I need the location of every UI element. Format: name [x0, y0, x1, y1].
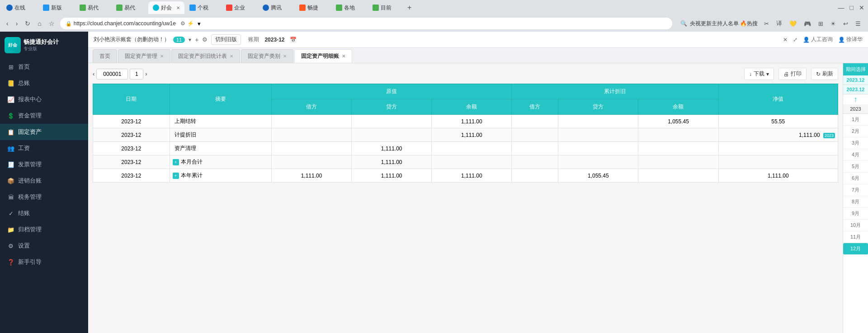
- tab-close-asset-mgmt[interactable]: ✕: [160, 54, 164, 59]
- app-container: 好会 畅捷通好会计 专业版 ⊞ 首页 📒 总账 📈 报表中心 💲 资金管理: [0, 32, 868, 333]
- tab-asset-ledger[interactable]: 固定资产明细账 ✕: [294, 49, 352, 63]
- sidebar-item-general-ledger[interactable]: 📒 总账: [0, 75, 88, 91]
- row3-orig-credit: 1,111.00: [352, 142, 432, 155]
- dropdown-button[interactable]: ▾: [189, 37, 191, 43]
- wallet-icon[interactable]: 💛: [787, 19, 799, 28]
- period-month-1[interactable]: 1月: [843, 114, 868, 126]
- sidebar-item-home[interactable]: ⊞ 首页: [0, 59, 88, 75]
- forward-button[interactable]: ›: [14, 19, 20, 28]
- tab-close-haohui[interactable]: ✕: [176, 5, 180, 10]
- undo-icon[interactable]: ↩: [840, 19, 851, 28]
- sidebar-item-reports[interactable]: 📈 报表中心: [0, 91, 88, 108]
- print-button[interactable]: 🖨 打印: [778, 68, 807, 80]
- period-month-2[interactable]: 2月: [843, 126, 868, 137]
- period-month-12[interactable]: 12月: [843, 243, 868, 255]
- row1-summary: 上期结转: [170, 115, 271, 128]
- sidebar-item-settings[interactable]: ⚙ 设置: [0, 238, 88, 254]
- period-month-5[interactable]: 5月: [843, 161, 868, 173]
- minimize-button[interactable]: —: [836, 3, 846, 12]
- menu-icon[interactable]: ☰: [853, 19, 863, 28]
- browser-tab-gedi[interactable]: 各地: [331, 1, 368, 14]
- tab-asset-category[interactable]: 固定资产类别 ✕: [241, 49, 293, 63]
- bookmark-button[interactable]: ☆: [47, 19, 57, 28]
- sidebar-item-salary[interactable]: 👥 工资: [0, 140, 88, 156]
- sidebar-logo: 好会: [5, 37, 21, 53]
- row5-summary: + 本年累计: [170, 169, 271, 183]
- period-month-11[interactable]: 11月: [843, 231, 868, 243]
- period-selected-1[interactable]: 2023.12: [843, 75, 868, 85]
- brightness-icon[interactable]: ☀: [828, 19, 839, 28]
- home-button[interactable]: ⌂: [36, 19, 43, 28]
- page-count-input[interactable]: [130, 69, 143, 80]
- browser-tab-enterprise[interactable]: 企业: [222, 1, 258, 14]
- period-month-6[interactable]: 6月: [843, 173, 868, 184]
- period-scroll-up[interactable]: ↑: [843, 94, 868, 104]
- translate-icon[interactable]: 译: [774, 19, 785, 28]
- browser-tab-haohui[interactable]: 好会 ✕: [148, 1, 184, 14]
- period-month-7[interactable]: 7月: [843, 184, 868, 196]
- browser-tab-yidai2[interactable]: 易代: [112, 1, 148, 14]
- tab-depreciation-stats[interactable]: 固定资产折旧统计表 ✕: [171, 49, 240, 63]
- maximize-button[interactable]: □: [848, 3, 855, 12]
- url-dropdown[interactable]: ▾: [198, 20, 201, 27]
- sidebar-item-guide[interactable]: ❓ 新手引导: [0, 254, 88, 270]
- game-icon[interactable]: 🎮: [801, 19, 814, 28]
- expand-button[interactable]: ⤢: [793, 37, 797, 43]
- tab-close-depreciation[interactable]: ✕: [230, 54, 233, 59]
- close-window-button[interactable]: ✕: [857, 3, 866, 12]
- table-row: 2023-12 上期结转 1,111.00 1,055.45 55.55: [93, 115, 838, 128]
- sidebar-item-fixed-assets[interactable]: 📋 固定资产: [0, 124, 88, 140]
- close-panel-button[interactable]: ✕: [783, 37, 788, 43]
- switch-old-version-button[interactable]: 切到旧版: [211, 34, 241, 45]
- header-right: ✕ ⤢ 👤 人工咨询 👤 徐译华: [783, 36, 863, 43]
- grid-icon[interactable]: ⊞: [816, 19, 826, 28]
- scissors-icon[interactable]: ✂: [761, 19, 772, 28]
- tab-close-ledger[interactable]: ✕: [342, 54, 345, 59]
- page-body: ‹ › ↓ 下载 ▾ 🖨 打印: [88, 63, 868, 333]
- browser-tab-online[interactable]: 在线: [2, 1, 38, 14]
- period-month-9[interactable]: 9月: [843, 208, 868, 220]
- browser-tab-getax[interactable]: 个税: [185, 1, 221, 14]
- period-month-4[interactable]: 4月: [843, 149, 868, 161]
- col-accum-credit: 贷方: [558, 99, 638, 115]
- back-button[interactable]: ‹: [5, 19, 10, 28]
- download-button[interactable]: ↓ 下载 ▾: [744, 68, 774, 80]
- browser-tab-changjie[interactable]: 畅捷: [295, 1, 331, 14]
- sidebar-item-sales-ledger[interactable]: 📦 进销台账: [0, 173, 88, 189]
- settings-gear-button[interactable]: ⚙: [202, 36, 208, 43]
- browser-tab-yidai1[interactable]: 易代: [75, 1, 111, 14]
- tab-fixed-asset-mgmt[interactable]: 固定资产管理 ✕: [118, 49, 170, 63]
- browser-chrome: 在线 新版 易代 易代 好会 ✕ 个税 企业 腾讯: [0, 0, 868, 32]
- row5-orig-credit: 1,111.00: [352, 169, 432, 183]
- sidebar-item-cash[interactable]: 💲 资金管理: [0, 108, 88, 124]
- consultant-button[interactable]: 👤 人工咨询: [803, 36, 833, 43]
- prev-page-button[interactable]: ‹: [93, 70, 94, 77]
- sidebar-item-tax[interactable]: 🏛 税务管理: [0, 189, 88, 205]
- new-tab-button[interactable]: +: [405, 4, 414, 12]
- row2-summary: 计提折旧: [170, 128, 271, 142]
- period-month-8[interactable]: 8月: [843, 196, 868, 208]
- browser-tab-new[interactable]: 新版: [38, 1, 75, 14]
- next-page-button[interactable]: ›: [145, 70, 147, 77]
- reload-button[interactable]: ↻: [23, 19, 32, 28]
- main-content: 刘小艳演示账套（勿删勿动！） 11 ▾ + ⚙ 切到旧版 账期 2023-12 …: [88, 32, 868, 333]
- period-selected-2[interactable]: 2023.12: [843, 85, 868, 94]
- refresh-button[interactable]: ↻ 刷新: [811, 68, 838, 80]
- sidebar-item-closing[interactable]: ✓ 结账: [0, 205, 88, 221]
- add-period-button[interactable]: +: [195, 36, 198, 43]
- tab-close-category[interactable]: ✕: [283, 54, 287, 59]
- sidebar-item-invoice[interactable]: 🧾 发票管理: [0, 156, 88, 173]
- browser-tab-tencent[interactable]: 腾讯: [258, 1, 294, 14]
- sidebar-item-archive[interactable]: 📁 归档管理: [0, 221, 88, 238]
- period-month-10[interactable]: 10月: [843, 220, 868, 231]
- url-box[interactable]: 🔒 https://cloud.chanjet.com/accounting/u…: [60, 18, 672, 29]
- col-original-value: 原值: [271, 84, 511, 99]
- tab-home[interactable]: 首页: [93, 49, 117, 63]
- page-number-input[interactable]: [96, 69, 128, 80]
- period-month-3[interactable]: 3月: [843, 137, 868, 149]
- content-tabs: 首页 固定资产管理 ✕ 固定资产折旧统计表 ✕ 固定资产类别 ✕ 固定资产明细账…: [88, 48, 868, 63]
- toolbar-icons: ✂ 译 💛 🎮 ⊞ ☀ ↩ ☰: [761, 19, 863, 28]
- browser-tab-muqian[interactable]: 目前: [368, 1, 404, 14]
- user-button[interactable]: 👤 徐译华: [838, 36, 863, 43]
- col-date: 日期: [93, 84, 170, 115]
